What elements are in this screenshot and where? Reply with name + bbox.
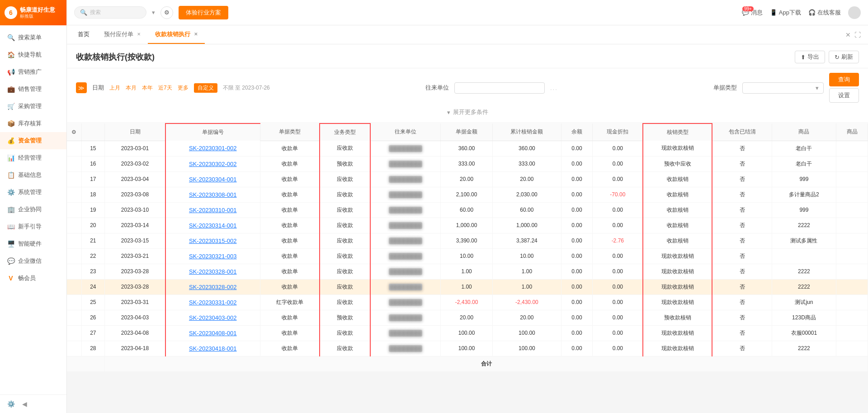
custom-date-label[interactable]: 自定义 <box>194 83 217 93</box>
row-bill-no: SK-20230321-003 <box>165 248 260 264</box>
row-checkbox[interactable] <box>67 171 81 187</box>
col-header-write-off-amount[interactable]: 累计核销金额 <box>493 123 561 141</box>
row-checkbox[interactable] <box>67 279 81 294</box>
setting-button[interactable]: 设置 <box>829 88 859 103</box>
tab-collection[interactable]: 收款核销执行 ✕ <box>148 25 205 44</box>
tab-prepay-close[interactable]: ✕ <box>137 32 141 37</box>
row-checkbox[interactable] <box>67 156 81 171</box>
row-checkbox[interactable] <box>67 248 81 264</box>
col-header-amount[interactable]: 单据金额 <box>440 123 492 141</box>
sidebar-footer: ⚙️ ◀ <box>0 394 66 413</box>
col-header-product1[interactable]: 商品 <box>772 123 836 141</box>
user-avatar[interactable] <box>848 6 861 19</box>
row-include-settled: 否 <box>712 171 772 187</box>
sidebar-item-wechat[interactable]: 💬 企业微信 <box>0 252 66 270</box>
row-date: 2023-03-08 <box>105 187 165 202</box>
filter-expand-button[interactable]: ≫ <box>76 82 87 93</box>
footer-collapse-icon[interactable]: ◀ <box>22 400 27 408</box>
tab-expand-icon[interactable]: ⛶ <box>854 31 861 38</box>
query-button[interactable]: 查询 <box>829 73 859 86</box>
sidebar-item-operation[interactable]: 📊 经营管理 <box>0 149 66 166</box>
more-date-btn[interactable]: 更多 <box>178 84 189 92</box>
row-checkbox[interactable] <box>67 187 81 202</box>
col-header-settings[interactable]: ⚙ <box>67 123 81 141</box>
row-checkbox[interactable] <box>67 202 81 218</box>
col-header-date[interactable]: 日期 <box>105 123 165 141</box>
row-write-off-amount: 2,030.00 <box>493 187 561 202</box>
last-month-btn[interactable]: 上月 <box>109 84 120 92</box>
row-cash-discount: 0.00 <box>593 202 643 218</box>
row-checkbox[interactable] <box>67 310 81 325</box>
col-header-include-settled[interactable]: 包含已结清 <box>712 123 772 141</box>
row-biz-type: 应收款 <box>320 187 370 202</box>
row-product: 多计量商品2 <box>772 187 836 202</box>
this-year-btn[interactable]: 本年 <box>142 84 153 92</box>
col-header-balance[interactable]: 余额 <box>561 123 593 141</box>
sidebar-item-system[interactable]: ⚙️ 系统管理 <box>0 184 66 201</box>
sidebar-item-nav[interactable]: 🏠 快捷导航 <box>0 46 66 63</box>
row-include-settled: 否 <box>712 294 772 310</box>
sidebar-item-guide[interactable]: 📖 新手引导 <box>0 218 66 235</box>
row-checkbox[interactable] <box>67 325 81 341</box>
row-checkbox[interactable] <box>67 294 81 310</box>
row-bill-no: SK-20230328-001 <box>165 264 260 279</box>
row-product: 测试jun <box>772 294 836 310</box>
row-partner: ████████ <box>370 171 440 187</box>
row-checkbox[interactable] <box>67 341 81 356</box>
row-biz-type: 应收款 <box>320 218 370 233</box>
footer-settings-icon[interactable]: ⚙️ <box>7 400 15 408</box>
tab-prepay[interactable]: 预付应付单 ✕ <box>97 25 148 44</box>
main-area: 🔍 搜索 ▾ ⚙ 体验行业方案 💬 99+ 消息 📱 App下载 🎧 在线客服 <box>67 0 868 413</box>
col-header-bill-type[interactable]: 单据类型 <box>260 123 320 141</box>
row-checkbox[interactable] <box>67 264 81 279</box>
row-checkbox[interactable] <box>67 218 81 233</box>
bill-type-select[interactable]: ▾ <box>742 82 824 94</box>
row-product <box>772 248 836 264</box>
row-balance: 0.00 <box>561 248 593 264</box>
col-header-write-off-type[interactable]: 核销类型 <box>643 123 712 141</box>
sidebar-item-marketing[interactable]: 📢 营销推广 <box>0 63 66 81</box>
refresh-button[interactable]: ↻ 刷新 <box>829 51 859 63</box>
col-header-bill-no[interactable]: 单据编号 <box>165 123 260 141</box>
row-product2 <box>836 233 868 248</box>
sidebar-item-corp[interactable]: 🏢 企业协同 <box>0 201 66 218</box>
sidebar-item-hardware[interactable]: 🖥️ 智能硬件 <box>0 235 66 252</box>
sidebar-item-finance[interactable]: 💰 资金管理 <box>0 132 66 149</box>
online-service-button[interactable]: 🎧 在线客服 <box>808 9 841 17</box>
export-button[interactable]: ⬆ 导出 <box>795 51 825 63</box>
col-header-partner[interactable]: 往来单位 <box>370 123 440 141</box>
row-checkbox[interactable] <box>67 233 81 248</box>
bill-type-filter-label: 单据类型 <box>713 84 737 92</box>
sidebar-item-purchase[interactable]: 🛒 采购管理 <box>0 98 66 115</box>
tab-close-window-icon[interactable]: ✕ <box>845 31 851 38</box>
sidebar-item-sales[interactable]: 💼 销售管理 <box>0 81 66 98</box>
row-write-off-type: 现款收款核销 <box>643 294 712 310</box>
tab-collection-close[interactable]: ✕ <box>194 32 198 37</box>
expand-more-row[interactable]: ▾ 展开更多条件 <box>76 106 859 118</box>
row-write-off-type: 现款收款核销 <box>643 264 712 279</box>
col-header-cash-discount[interactable]: 现金折扣 <box>593 123 643 141</box>
sidebar-item-basic[interactable]: 📋 基础信息 <box>0 166 66 184</box>
sidebar-item-search[interactable]: 🔍 搜索菜单 <box>0 29 66 46</box>
row-cash-discount: 0.00 <box>593 141 643 156</box>
row-seq: 16 <box>81 156 105 171</box>
solution-button[interactable]: 体验行业方案 <box>179 6 228 19</box>
row-checkbox[interactable] <box>67 141 81 156</box>
dropdown-arrow-icon[interactable]: ▾ <box>152 9 155 16</box>
col-header-biz-type[interactable]: 业务类型 <box>320 123 370 141</box>
last-7days-btn[interactable]: 近7天 <box>158 84 172 92</box>
row-partner: ████████ <box>370 233 440 248</box>
this-month-btn[interactable]: 本月 <box>126 84 137 92</box>
row-bill-type: 收款单 <box>260 248 320 264</box>
notification-button[interactable]: 💬 99+ 消息 <box>742 9 763 17</box>
sidebar-item-member[interactable]: V 畅会员 <box>0 270 66 287</box>
app-download-button[interactable]: 📱 App下载 <box>770 9 801 17</box>
global-search[interactable]: 🔍 搜索 <box>74 6 146 19</box>
col-header-product2[interactable]: 商品 <box>836 123 868 141</box>
tab-home[interactable]: 首页 <box>71 25 97 44</box>
sidebar-item-inventory[interactable]: 📦 库存核算 <box>0 115 66 132</box>
settings-button[interactable]: ⚙ <box>160 6 173 19</box>
partner-input[interactable] <box>454 82 545 94</box>
row-product: 衣服00001 <box>772 325 836 341</box>
row-bill-type: 收款单 <box>260 325 320 341</box>
